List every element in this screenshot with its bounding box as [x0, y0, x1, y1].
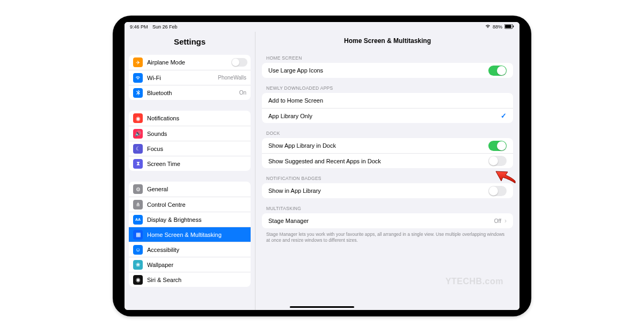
- row-label: Show App Library in Dock: [268, 142, 488, 149]
- hourglass-icon: ⧗: [133, 159, 143, 169]
- sidebar-title: Settings: [125, 32, 255, 55]
- status-date: Sun 26 Feb: [152, 24, 178, 30]
- row-label: Show Suggested and Recent Apps in Dock: [268, 158, 488, 164]
- checkmark-icon: ✓: [501, 112, 507, 120]
- status-time: 9:46 PM: [130, 24, 148, 30]
- sidebar-item-wallpaper[interactable]: ❀ Wallpaper: [129, 257, 251, 272]
- wifi-settings-icon: [133, 73, 143, 83]
- sidebar-item-notifications[interactable]: ◉ Notifications: [129, 111, 251, 126]
- row-label: Stage Manager: [268, 218, 494, 224]
- large-icons-toggle[interactable]: [488, 66, 507, 76]
- sidebar-item-siri[interactable]: ◉ Siri & Search: [129, 272, 251, 287]
- row-show-recent-dock[interactable]: Show Suggested and Recent Apps in Dock: [262, 153, 513, 168]
- settings-sidebar: Settings ✈ Airplane Mode Wi-Fi: [125, 32, 255, 310]
- moon-icon: ☾: [133, 144, 143, 154]
- sidebar-item-wifi[interactable]: Wi-Fi PhoneWalls: [129, 70, 251, 85]
- row-label: Use Large App Icons: [268, 67, 488, 74]
- sidebar-item-home-screen[interactable]: ▦ Home Screen & Multitasking: [129, 227, 251, 242]
- sidebar-item-detail: PhoneWalls: [218, 75, 246, 81]
- sidebar-group-alerts: ◉ Notifications 🔊 Sounds ☾ Focus ⧗: [129, 111, 251, 171]
- airplane-toggle[interactable]: [231, 58, 247, 67]
- sidebar-item-bluetooth[interactable]: Bluetooth On: [129, 85, 251, 100]
- siri-icon: ◉: [133, 275, 143, 285]
- row-stage-manager[interactable]: Stage Manager Off ›: [262, 213, 513, 228]
- ipad-frame: 9:46 PM Sun 26 Feb 88% Settings: [113, 16, 531, 316]
- sidebar-item-screen-time[interactable]: ⧗ Screen Time: [129, 156, 251, 171]
- sidebar-item-label: Airplane Mode: [147, 59, 231, 66]
- battery-percent: 88%: [493, 24, 502, 30]
- section-dock: DOCK: [255, 123, 519, 138]
- chevron-right-icon: ›: [504, 217, 507, 225]
- wallpaper-icon: ❀: [133, 260, 143, 270]
- stage-manager-note: Stage Manager lets you work with your fa…: [255, 228, 519, 243]
- toggles-icon: ⋔: [133, 200, 143, 210]
- sidebar-item-airplane-mode[interactable]: ✈ Airplane Mode: [129, 55, 251, 70]
- section-home-screen: HOME SCREEN: [255, 48, 519, 63]
- detail-title: Home Screen & Multitasking: [255, 32, 519, 48]
- section-multitasking: MULTITASKING: [255, 198, 519, 213]
- sidebar-item-label: Display & Brightness: [147, 216, 247, 223]
- sidebar-item-label: Sounds: [147, 131, 247, 137]
- sidebar-item-focus[interactable]: ☾ Focus: [129, 141, 251, 156]
- sidebar-item-label: Control Centre: [147, 201, 247, 208]
- section-new-apps: NEWLY DOWNLOADED APPS: [255, 78, 519, 93]
- row-large-icons[interactable]: Use Large App Icons: [262, 63, 513, 78]
- sidebar-item-label: Accessibility: [147, 247, 247, 253]
- sidebar-item-label: Screen Time: [147, 161, 247, 167]
- bell-icon: ◉: [133, 113, 143, 123]
- sidebar-item-label: Home Screen & Multitasking: [147, 232, 247, 238]
- detail-pane: Home Screen & Multitasking HOME SCREEN U…: [255, 32, 519, 310]
- row-library-only[interactable]: App Library Only ✓: [262, 108, 513, 123]
- grid-icon: ▦: [133, 230, 143, 240]
- show-library-toggle[interactable]: [488, 141, 507, 151]
- airplane-icon: ✈: [133, 57, 143, 67]
- row-label: Add to Home Screen: [268, 97, 507, 104]
- svg-rect-1: [505, 25, 511, 28]
- sidebar-item-accessibility[interactable]: ☺ Accessibility: [129, 242, 251, 257]
- sidebar-item-label: Bluetooth: [147, 90, 239, 96]
- wifi-icon: [485, 24, 491, 30]
- watermark: YTECHB.com: [445, 277, 503, 286]
- screen: 9:46 PM Sun 26 Feb 88% Settings: [125, 22, 519, 310]
- sidebar-item-control-centre[interactable]: ⋔ Control Centre: [129, 197, 251, 212]
- accessibility-icon: ☺: [133, 245, 143, 255]
- display-icon: AA: [133, 215, 143, 225]
- bluetooth-icon: [133, 88, 143, 98]
- sidebar-item-general[interactable]: ⚙ General: [129, 182, 251, 197]
- sidebar-item-label: Wi-Fi: [147, 75, 218, 81]
- gear-icon: ⚙: [133, 184, 143, 194]
- row-show-in-library[interactable]: Show in App Library: [262, 183, 513, 198]
- sidebar-item-sounds[interactable]: 🔊 Sounds: [129, 126, 251, 141]
- row-detail: Off: [494, 218, 501, 224]
- red-arrow-annotation: [494, 167, 516, 183]
- row-show-library-dock[interactable]: Show App Library in Dock: [262, 138, 513, 153]
- row-add-home[interactable]: Add to Home Screen: [262, 93, 513, 108]
- status-bar: 9:46 PM Sun 26 Feb 88%: [125, 22, 519, 32]
- sidebar-item-label: Wallpaper: [147, 262, 247, 268]
- speaker-icon: 🔊: [133, 129, 143, 139]
- sidebar-group-connectivity: ✈ Airplane Mode Wi-Fi PhoneWalls: [129, 55, 251, 100]
- sidebar-item-label: Notifications: [147, 115, 247, 121]
- row-label: Show in App Library: [268, 187, 488, 194]
- sidebar-item-display[interactable]: AA Display & Brightness: [129, 212, 251, 227]
- section-badges: NOTIFICATION BADGES: [255, 168, 519, 183]
- row-label: App Library Only: [268, 113, 501, 119]
- show-recent-toggle[interactable]: [488, 156, 507, 166]
- sidebar-group-general: ⚙ General ⋔ Control Centre AA Display & …: [129, 182, 251, 287]
- svg-rect-2: [513, 25, 514, 27]
- sidebar-item-label: Siri & Search: [147, 277, 247, 283]
- sidebar-item-label: General: [147, 186, 247, 192]
- sidebar-item-detail: On: [239, 90, 246, 96]
- home-indicator: [290, 306, 354, 308]
- show-in-library-toggle[interactable]: [488, 186, 507, 196]
- sidebar-item-label: Focus: [147, 146, 247, 152]
- battery-icon: [504, 24, 514, 30]
